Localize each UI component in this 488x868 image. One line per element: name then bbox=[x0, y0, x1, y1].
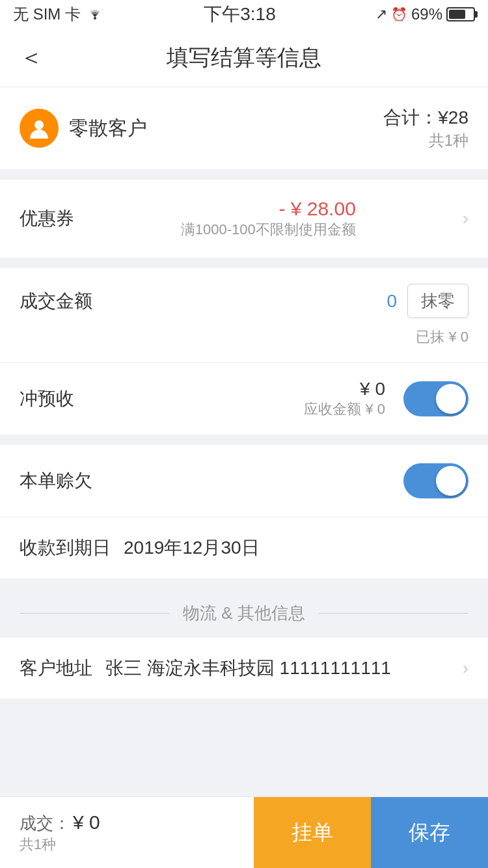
precollect-right: ¥ 0 应收金额 ¥ 0 bbox=[304, 379, 468, 419]
transaction-sub-text: 已抹 ¥ 0 bbox=[416, 327, 468, 347]
coupon-chevron-icon: › bbox=[463, 208, 468, 229]
transaction-right: 0 抹零 bbox=[386, 284, 468, 318]
logistics-label: 物流 & 其他信息 bbox=[170, 602, 318, 625]
debt-label: 本单赊欠 bbox=[20, 468, 92, 493]
precollect-info: ¥ 0 应收金额 ¥ 0 bbox=[304, 379, 385, 419]
battery-icon bbox=[446, 7, 475, 21]
page-title: 填写结算等信息 bbox=[167, 43, 321, 73]
precollect-label: 冲预收 bbox=[20, 387, 74, 411]
transaction-sub-row: 已抹 ¥ 0 bbox=[0, 327, 488, 362]
customer-count: 共1种 bbox=[383, 130, 468, 151]
svg-point-1 bbox=[34, 120, 44, 129]
location-icon: ↗ bbox=[375, 6, 387, 23]
coupon-desc: 满1000-100不限制使用金额 bbox=[181, 220, 356, 239]
debt-toggle-knob bbox=[436, 466, 466, 496]
customer-section: 零散客户 合计：¥28 共1种 bbox=[0, 87, 488, 169]
bottom-bar: 成交： ¥ 0 共1种 挂单 保存 bbox=[0, 796, 488, 868]
transaction-value: 0 bbox=[386, 291, 397, 312]
hold-button[interactable]: 挂单 bbox=[254, 797, 371, 869]
status-bar: 无 SIM 卡 下午3:18 ↗ ⏰ 69% bbox=[0, 0, 488, 29]
coupon-discount: - ¥ 28.00 bbox=[181, 198, 356, 220]
nav-bar: ＜ 填写结算等信息 bbox=[0, 29, 488, 87]
transaction-label: 成交金额 bbox=[20, 289, 92, 314]
wifi-icon bbox=[86, 5, 104, 23]
logistics-line-left bbox=[20, 613, 170, 614]
address-label: 客户地址 bbox=[20, 656, 92, 681]
precollect-toggle[interactable] bbox=[403, 381, 468, 416]
coupon-label: 优惠券 bbox=[20, 206, 74, 231]
svg-point-0 bbox=[94, 17, 96, 20]
customer-row: 零散客户 合计：¥28 共1种 bbox=[0, 87, 488, 169]
bottom-count: 共1种 bbox=[20, 835, 234, 854]
coupon-right: - ¥ 28.00 满1000-100不限制使用金额 bbox=[181, 198, 356, 239]
customer-total: 合计：¥28 bbox=[383, 105, 468, 130]
alarm-icon: ⏰ bbox=[391, 7, 407, 22]
content: 零散客户 合计：¥28 共1种 优惠券 - ¥ 28.00 满1000-100不… bbox=[0, 87, 488, 778]
precollect-toggle-knob bbox=[436, 384, 466, 414]
address-chevron-icon: › bbox=[463, 658, 468, 679]
bottom-deal-label: 成交： bbox=[20, 812, 70, 835]
battery-percent: 69% bbox=[411, 5, 442, 23]
sim-label: 无 SIM 卡 bbox=[13, 4, 81, 25]
logistics-line-right bbox=[318, 613, 468, 614]
transaction-section: 成交金额 0 抹零 已抹 ¥ 0 冲预收 ¥ 0 应收金额 ¥ 0 bbox=[0, 268, 488, 435]
due-date-value: 2019年12月30日 bbox=[124, 536, 260, 560]
precollect-sub-text: 应收金额 ¥ 0 bbox=[304, 400, 385, 419]
status-right: ↗ ⏰ 69% bbox=[375, 5, 475, 23]
precollect-amount: ¥ 0 bbox=[304, 379, 385, 400]
bottom-amount: ¥ 0 bbox=[73, 811, 100, 834]
coupon-section: 优惠券 - ¥ 28.00 满1000-100不限制使用金额 › bbox=[0, 180, 488, 258]
debt-row: 本单赊欠 bbox=[0, 445, 488, 517]
debt-toggle[interactable] bbox=[403, 463, 468, 498]
bottom-info: 成交： ¥ 0 共1种 bbox=[0, 811, 254, 854]
due-date-row: 收款到期日 2019年12月30日 bbox=[0, 517, 488, 578]
save-button[interactable]: 保存 bbox=[371, 797, 488, 869]
customer-left: 零散客户 bbox=[20, 109, 147, 148]
precollect-row: 冲预收 ¥ 0 应收金额 ¥ 0 bbox=[0, 363, 488, 435]
address-row[interactable]: 客户地址 张三 海淀永丰科技园 11111111111 › bbox=[0, 638, 488, 699]
logistics-header: 物流 & 其他信息 bbox=[0, 589, 488, 638]
transaction-amount-row: 成交金额 0 抹零 bbox=[0, 268, 488, 327]
round-off-button[interactable]: 抹零 bbox=[407, 284, 468, 318]
due-date-label: 收款到期日 bbox=[20, 536, 111, 560]
customer-name: 零散客户 bbox=[69, 115, 147, 142]
coupon-row[interactable]: 优惠券 - ¥ 28.00 满1000-100不限制使用金额 › bbox=[0, 180, 488, 258]
customer-avatar bbox=[20, 109, 59, 148]
debt-section: 本单赊欠 收款到期日 2019年12月30日 bbox=[0, 445, 488, 578]
status-left: 无 SIM 卡 bbox=[13, 4, 104, 25]
back-button[interactable]: ＜ bbox=[20, 42, 43, 74]
address-value: 张三 海淀永丰科技园 11111111111 bbox=[105, 656, 463, 681]
status-time: 下午3:18 bbox=[204, 2, 276, 27]
customer-summary: 合计：¥28 共1种 bbox=[383, 105, 468, 151]
